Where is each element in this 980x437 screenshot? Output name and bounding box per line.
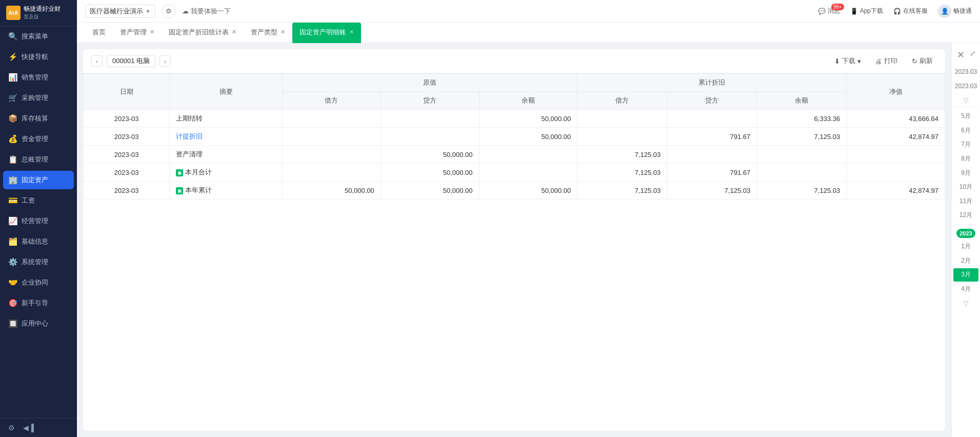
tab-close-icon[interactable]: ✕	[150, 29, 154, 35]
settings-button[interactable]: ⚙	[162, 4, 176, 18]
download-button[interactable]: ⬇ 下载 ▾	[830, 54, 865, 68]
download-arrow-icon: ▾	[857, 57, 861, 65]
cell-summary: 资产清理	[170, 146, 283, 164]
sidebar-item-label: 销售管理	[22, 73, 48, 82]
data-table-wrap: 日期 摘要 原值 累计折旧 净值 借方 贷方 余额 借方 贷方 余额	[83, 73, 945, 431]
cell-orig-debit	[283, 164, 381, 182]
month-5[interactable]: 5月	[952, 110, 980, 123]
cell-orig-balance: 50,000.00	[479, 182, 577, 200]
sidebar-item-label: 库存核算	[22, 114, 48, 123]
sidebar-item-system[interactable]: ⚙️ 系统管理	[0, 252, 77, 272]
tab-close-icon[interactable]: ✕	[281, 29, 285, 35]
app-download-button[interactable]: 📱 App下载	[850, 7, 883, 15]
month-10[interactable]: 10月	[952, 181, 980, 194]
cell-dep-credit: 7,125.03	[667, 182, 757, 200]
tab-asset-mgmt[interactable]: 资产管理 ✕	[113, 23, 162, 43]
app-edition: 普及版	[24, 13, 61, 21]
collapse-icon[interactable]: ◀▐	[23, 424, 34, 432]
tab-asset-type[interactable]: 资产类型 ✕	[244, 23, 292, 43]
cell-orig-balance	[479, 164, 577, 182]
apps-icon: 🔲	[8, 319, 17, 328]
sidebar-item-basic-info[interactable]: 🗂️ 基础信息	[0, 231, 77, 252]
cell-summary: 计提折旧	[170, 128, 283, 146]
cell-dep-balance: 6,333.36	[757, 110, 847, 128]
sidebar-item-apps[interactable]: 🔲 应用中心	[0, 313, 77, 334]
expand-down-icon[interactable]: ▽	[963, 299, 969, 307]
sidebar-item-sales[interactable]: 📊 销售管理	[0, 67, 77, 88]
collab-icon: 🤝	[8, 278, 17, 287]
inventory-icon: 📦	[8, 114, 17, 123]
sidebar-nav: 🔍 搜索菜单 ⚡ 快捷导航 📊 销售管理 🛒 采购管理 📦 库存核算 💰 资金管…	[0, 26, 77, 418]
refresh-button[interactable]: ↻ 刷新	[908, 54, 937, 68]
sidebar-item-collab[interactable]: 🤝 企业协同	[0, 272, 77, 293]
col-net-value: 净值	[847, 74, 945, 110]
user-profile[interactable]: 👤 畅捷通	[938, 5, 972, 18]
sidebar-item-label: 固定资产	[22, 175, 48, 185]
month-11[interactable]: 11月	[952, 195, 980, 208]
quicknav-icon: ⚡	[8, 52, 17, 62]
app-download-icon: 📱	[850, 8, 858, 15]
month-4[interactable]: 4月	[952, 283, 980, 296]
cell-dep-credit	[667, 110, 757, 128]
print-button[interactable]: 🖨 打印	[871, 54, 902, 68]
date-item-2023-03-top[interactable]: 2023.03	[952, 66, 980, 79]
prev-asset-button[interactable]: ‹	[91, 55, 103, 67]
sidebar-item-ops[interactable]: 📈 经营管理	[0, 211, 77, 231]
tab-close-icon[interactable]: ✕	[232, 29, 236, 35]
panel-close-icon[interactable]: ✕	[955, 47, 967, 63]
month-12[interactable]: 12月	[952, 209, 980, 222]
month-8[interactable]: 8月	[952, 152, 980, 166]
message-button[interactable]: 💬 消息 99+	[818, 7, 840, 15]
refresh-icon: ↻	[912, 57, 917, 65]
month-3[interactable]: 3月	[953, 268, 978, 282]
col-orig-debit: 借方	[283, 92, 381, 110]
tab-home[interactable]: 首页	[85, 23, 113, 43]
table-row: 2023-03 计提折旧 50,000.00 791.67 7,125.03 4…	[84, 128, 945, 146]
tab-close-icon[interactable]: ✕	[349, 29, 354, 35]
date-item-2023-03-2[interactable]: 2023.03	[952, 80, 980, 93]
asset-code-tag: 000001 电脑	[107, 55, 155, 67]
cell-summary: ▣本年累计	[170, 182, 283, 200]
year-2023-badge[interactable]: 2023	[956, 229, 975, 238]
sidebar-item-purchase[interactable]: 🛒 采购管理	[0, 88, 77, 108]
expand-icon[interactable]: ▽	[963, 96, 969, 104]
sidebar-logo: AtA 畅捷通好业财 普及版	[0, 0, 77, 26]
col-dep-balance: 余额	[757, 92, 847, 110]
month-2[interactable]: 2月	[952, 254, 980, 268]
sidebar-item-funds[interactable]: 💰 资金管理	[0, 129, 77, 149]
sidebar-item-label: 快捷导航	[22, 52, 48, 62]
sidebar-item-search[interactable]: 🔍 搜索菜单	[0, 26, 77, 47]
sidebar-item-label: 采购管理	[22, 93, 48, 103]
toolbar-actions: ⬇ 下载 ▾ 🖨 打印 ↻ 刷新	[830, 54, 937, 68]
sidebar-item-label: 系统管理	[22, 257, 48, 267]
tab-depreciation-stat[interactable]: 固定资产折旧统计表 ✕	[162, 23, 244, 43]
settings-icon[interactable]: ⚙	[8, 424, 15, 432]
service-icon: 🎧	[893, 8, 901, 15]
print-icon: 🖨	[875, 57, 882, 65]
tab-asset-detail[interactable]: 固定资产明细账 ✕	[292, 23, 361, 43]
customer-service-button[interactable]: 🎧 在线客服	[893, 7, 928, 15]
cell-orig-credit: 50,000.00	[381, 182, 479, 200]
month-6[interactable]: 6月	[952, 124, 980, 137]
col-original-value: 原值	[283, 74, 577, 92]
sidebar-item-ledger[interactable]: 📋 总账管理	[0, 149, 77, 170]
company-selector[interactable]: 医疗器械行业演示 ▼	[85, 5, 155, 18]
tab-bar: 首页 资产管理 ✕ 固定资产折旧统计表 ✕ 资产类型 ✕ 固定资产明细账 ✕	[77, 23, 980, 43]
month-9[interactable]: 9月	[952, 167, 980, 180]
next-asset-button[interactable]: ›	[159, 55, 171, 67]
cell-summary: 上期结转	[170, 110, 283, 128]
month-1[interactable]: 1月	[952, 240, 980, 253]
cell-dep-debit: 7,125.03	[577, 146, 667, 164]
panel-maximize-icon[interactable]: ⤢	[968, 47, 978, 63]
company-arrow-icon: ▼	[145, 8, 151, 14]
company-name: 医疗器械行业演示	[90, 7, 143, 16]
sidebar-item-fixed-assets[interactable]: 🏢 固定资产	[3, 171, 74, 189]
experience-button[interactable]: ☁ 我要体验一下	[182, 7, 231, 16]
sidebar-item-label: 搜索菜单	[22, 32, 48, 41]
month-7[interactable]: 7月	[952, 138, 980, 151]
sidebar-item-quicknav[interactable]: ⚡ 快捷导航	[0, 47, 77, 67]
sidebar-item-guide[interactable]: 🎯 新手引导	[0, 293, 77, 313]
sidebar-item-inventory[interactable]: 📦 库存核算	[0, 108, 77, 129]
sidebar-item-payroll[interactable]: 💳 工资	[0, 190, 77, 211]
app-name: 畅捷通好业财	[24, 5, 61, 13]
